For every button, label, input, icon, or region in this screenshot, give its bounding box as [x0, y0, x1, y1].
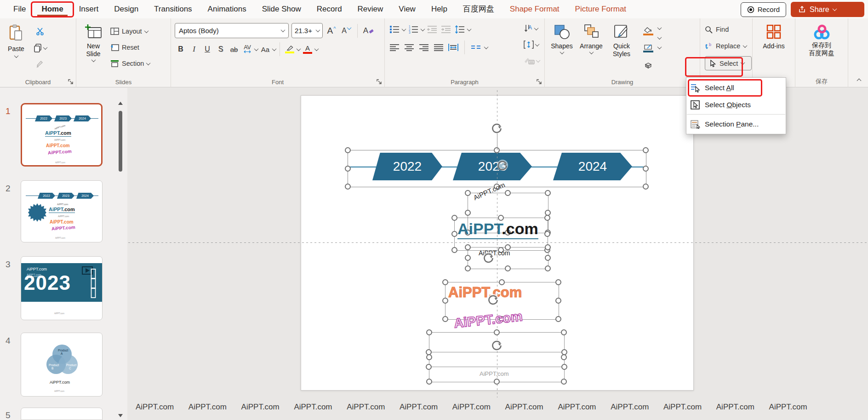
line-spacing-chevron-icon[interactable]: [467, 27, 472, 31]
section-button[interactable]: Section: [110, 57, 150, 70]
align-left-button[interactable]: [388, 41, 400, 54]
tab-shape-format[interactable]: Shape Format: [502, 0, 567, 18]
selection-handle[interactable]: [465, 265, 471, 271]
selection-handle[interactable]: [494, 329, 500, 335]
line-spacing-button[interactable]: [454, 23, 466, 36]
shapes-button[interactable]: Shapes: [548, 23, 575, 75]
selection-handle[interactable]: [561, 349, 567, 355]
selection-handle[interactable]: [442, 316, 448, 322]
slide-thumbnail-5[interactable]: [21, 408, 103, 420]
rotate-handle[interactable]: [491, 339, 503, 351]
font-size-combo[interactable]: 21.3+: [291, 23, 323, 38]
shape-effects-button[interactable]: [642, 59, 654, 72]
text-direction-button[interactable]: A: [524, 22, 538, 35]
font-color-button[interactable]: A: [302, 43, 314, 56]
shape-fill-chevron-icon[interactable]: [657, 25, 662, 30]
rotate-handle[interactable]: [497, 159, 508, 171]
selection-handle[interactable]: [451, 247, 457, 253]
shape-effects-chevron-icon[interactable]: [657, 45, 662, 49]
tab-record[interactable]: Record: [309, 0, 350, 18]
selection-handle[interactable]: [345, 184, 351, 190]
selection-handle[interactable]: [545, 244, 551, 250]
increase-indent-button[interactable]: [440, 23, 452, 36]
selection-handle[interactable]: [561, 364, 567, 370]
addins-button[interactable]: Add-ins: [756, 23, 791, 75]
scroll-up-icon[interactable]: [118, 102, 123, 105]
collapse-ribbon-chevron[interactable]: [857, 79, 862, 83]
thumbnail-scrollbar[interactable]: [117, 101, 124, 418]
increase-font-size-button[interactable]: A^: [326, 24, 337, 37]
reset-button[interactable]: Reset: [110, 41, 150, 54]
tab-baidu-netdisk[interactable]: 百度网盘: [455, 0, 502, 18]
paste-button[interactable]: Paste: [4, 23, 29, 75]
new-slide-button[interactable]: New Slide: [80, 23, 107, 75]
selection-handle[interactable]: [426, 379, 432, 385]
selection-handle[interactable]: [345, 147, 351, 153]
slide-thumbnail-4[interactable]: ProductA ProductB ProductC AiPPT.com AiP…: [21, 333, 103, 397]
tab-slide-show[interactable]: Slide Show: [254, 0, 309, 18]
replace-button[interactable]: bc Replace: [705, 40, 748, 52]
underline-button[interactable]: U: [201, 43, 213, 56]
strikethrough-button[interactable]: ab: [228, 43, 240, 56]
selection-handle[interactable]: [505, 190, 511, 196]
selection-handle[interactable]: [544, 215, 550, 221]
selection-handle[interactable]: [465, 255, 471, 261]
columns-chevron-icon[interactable]: [484, 45, 489, 49]
selection-handle[interactable]: [643, 166, 649, 172]
character-spacing-chevron-icon[interactable]: [254, 46, 259, 51]
selection-handle[interactable]: [545, 255, 551, 261]
slide-thumbnail-3[interactable]: AiPPT.com AiPPT.com 2023 AiPPT.com: [21, 256, 103, 320]
clipboard-dialog-launcher[interactable]: [68, 79, 74, 85]
bold-button[interactable]: B: [175, 43, 187, 56]
selection-handle[interactable]: [494, 379, 500, 385]
watermark-small-gray-text[interactable]: AiPPT.com: [480, 370, 509, 377]
align-center-button[interactable]: [403, 41, 415, 54]
bullets-chevron-icon[interactable]: [402, 27, 406, 31]
selection-handle[interactable]: [442, 279, 448, 285]
tab-review[interactable]: Review: [350, 0, 391, 18]
selection-handle[interactable]: [555, 316, 561, 322]
tab-insert[interactable]: Insert: [71, 0, 107, 18]
scroll-down-icon[interactable]: [118, 414, 123, 417]
selection-handle[interactable]: [426, 329, 432, 335]
selection-handle[interactable]: [545, 190, 551, 196]
find-button[interactable]: Find: [705, 23, 748, 36]
selection-handle[interactable]: [426, 364, 432, 370]
character-spacing-button[interactable]: AV: [241, 43, 253, 56]
selection-handle[interactable]: [555, 279, 561, 285]
selection-handle[interactable]: [555, 298, 561, 304]
highlight-color-button[interactable]: [284, 43, 296, 56]
record-button[interactable]: Record: [741, 2, 786, 17]
convert-smartart-button[interactable]: [524, 54, 540, 67]
paragraph-dialog-launcher[interactable]: [537, 79, 542, 85]
selection-handle[interactable]: [561, 379, 567, 385]
copy-button[interactable]: [33, 41, 47, 54]
share-button[interactable]: Share: [791, 2, 864, 17]
selection-handle[interactable]: [544, 231, 550, 237]
selection-handle[interactable]: [505, 265, 511, 271]
watermark-orange-text[interactable]: AiPPT.com: [448, 284, 522, 301]
quick-styles-button[interactable]: Quick Styles: [607, 23, 636, 75]
arrange-button[interactable]: Arrange: [578, 23, 605, 75]
decrease-font-size-button[interactable]: A: [340, 24, 352, 37]
scrollbar-thumb[interactable]: [119, 111, 122, 172]
cut-button[interactable]: [33, 25, 47, 38]
selection-handle[interactable]: [643, 147, 649, 153]
change-case-button[interactable]: Aa: [259, 43, 271, 56]
numbering-chevron-icon[interactable]: [421, 27, 425, 31]
tab-view[interactable]: View: [391, 0, 423, 18]
font-dialog-launcher[interactable]: [377, 79, 382, 85]
bullets-button[interactable]: [388, 23, 400, 36]
shape-outline-button[interactable]: [642, 42, 654, 55]
rotate-handle[interactable]: [487, 293, 499, 305]
selection-handle[interactable]: [465, 210, 471, 216]
font-name-combo[interactable]: Aptos (Body): [175, 23, 289, 38]
layout-button[interactable]: Layout: [110, 25, 150, 38]
selection-handle[interactable]: [442, 298, 448, 304]
selection-handle[interactable]: [426, 349, 432, 355]
slide-canvas-area[interactable]: 2022 2023 2024 AiPPT.com AiPPT.com AiPPT…: [127, 88, 868, 420]
italic-button[interactable]: I: [188, 43, 200, 56]
tab-transitions[interactable]: Transitions: [146, 0, 200, 18]
selection-handle[interactable]: [465, 244, 471, 250]
rotate-handle[interactable]: [483, 252, 495, 264]
